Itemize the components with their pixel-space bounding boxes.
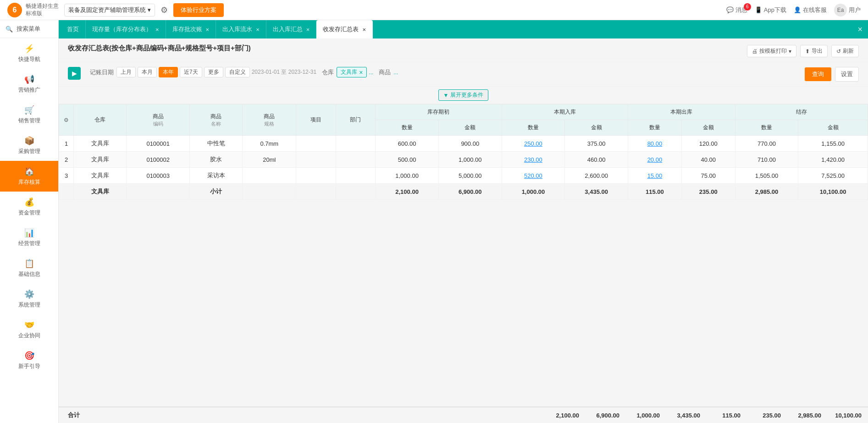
cell-index: 3 — [59, 168, 74, 184]
cell-product-code: 0100001 — [127, 136, 190, 152]
tab-recv-send[interactable]: 收发存汇总表 × — [316, 20, 373, 38]
tab-stock-dist[interactable]: 现存量（库存分布表） × — [86, 20, 166, 38]
warehouse-more-button[interactable]: ... — [369, 69, 373, 76]
search-icon: 🔍 — [6, 26, 13, 33]
sidebar-item-corp[interactable]: 🤝 企业协同 — [0, 314, 58, 345]
cell-close-amount: 1,420.00 — [798, 152, 868, 168]
footer-open-amount: 6,900.00 — [584, 412, 624, 419]
cell-in-qty[interactable]: 520.00 — [502, 168, 565, 184]
cell-product-spec — [243, 184, 296, 200]
footer-in-amount: 3,435.00 — [664, 412, 705, 419]
tab-close-inout-flow[interactable]: × — [256, 26, 260, 33]
query-button[interactable]: 查询 — [805, 67, 831, 81]
data-table: ⚙ 仓库 商品编码 商品名称 商品规格 项目 部门 库存期初 本期入库 本期出库… — [59, 104, 868, 200]
sidebar-item-operations[interactable]: 📊 经营管理 — [0, 222, 58, 253]
tab-close-inout-summary[interactable]: × — [306, 26, 310, 33]
app-download-button[interactable]: 📱 App下载 — [755, 6, 786, 14]
sidebar-item-purchase[interactable]: 📦 采购管理 — [0, 130, 58, 161]
sidebar-item-inventory[interactable]: 🏠 库存核算 — [0, 161, 58, 192]
cell-close-amount: 1,155.00 — [798, 136, 868, 152]
search-menu-item[interactable]: 🔍 搜索菜单 — [0, 20, 58, 38]
col-opening-group: 库存期初 — [376, 104, 502, 120]
tab-home[interactable]: 首页 — [61, 20, 86, 38]
col-product-code: 商品编码 — [127, 104, 190, 136]
top-header: 6 畅捷通好生意 标准版 装备及固定资产辅助管理系统 ▾ ⚙ 体验行业方案 💬 … — [0, 0, 868, 20]
cell-out-qty[interactable]: 15.00 — [628, 168, 681, 184]
cell-open-amount: 1,000.00 — [438, 152, 502, 168]
export-icon: ⬆ — [805, 48, 810, 55]
tabs-close-all-button[interactable]: × — [854, 25, 866, 34]
sidebar-item-basic-info[interactable]: 📋 基础信息 — [0, 253, 58, 284]
tab-batch[interactable]: 库存批次账 × — [166, 20, 216, 38]
sidebar-item-guide[interactable]: 🎯 新手引导 — [0, 345, 58, 376]
date-btn-this-month[interactable]: 本月 — [138, 67, 157, 77]
sidebar-label-sales: 销售管理 — [18, 117, 40, 125]
tab-inout-flow[interactable]: 出入库流水 × — [216, 20, 266, 38]
table-settings-col[interactable]: ⚙ — [59, 104, 74, 136]
date-filter: 记账日期 上月 本月 本年 近7天 更多 自定义 — [90, 67, 250, 77]
page-title: 收发存汇总表(按仓库+商品编码+商品+规格型号+项目+部门) — [68, 44, 251, 53]
cell-in-qty[interactable]: 250.00 — [502, 136, 565, 152]
tab-inout-summary[interactable]: 出入库汇总 × — [266, 20, 317, 38]
col-product-spec: 商品规格 — [243, 104, 296, 136]
corp-icon: 🤝 — [24, 320, 34, 330]
settings-icon[interactable]: ⚙ — [160, 5, 168, 15]
tab-close-recv-send[interactable]: × — [362, 26, 366, 33]
online-service-button[interactable]: 👤 在线客服 — [794, 6, 827, 14]
col-closing-group: 结存 — [735, 104, 868, 120]
table-row: 文具库 小计 2,100.00 6,900.00 1,000.00 3,435.… — [59, 184, 868, 200]
cell-product-name: 胶水 — [190, 152, 243, 168]
product-more-button[interactable]: ... — [393, 69, 398, 76]
system-selector[interactable]: 装备及固定资产辅助管理系统 ▾ — [64, 4, 155, 16]
header-actions: 🖨 按模板打印 ▾ ⬆ 导出 ↺ 刷新 — [747, 45, 859, 57]
trial-button[interactable]: 体验行业方案 — [173, 3, 224, 17]
expand-conditions-button[interactable]: ▼ 展开更多条件 — [438, 89, 489, 101]
sidebar-label-system: 系统管理 — [18, 301, 40, 309]
cell-out-amount: 75.00 — [681, 168, 735, 184]
col-out-qty: 数量 — [628, 120, 681, 136]
warehouse-tag[interactable]: 文具库 × — [337, 67, 367, 77]
chevron-down-icon: ▾ — [148, 6, 151, 13]
cell-open-qty: 600.00 — [376, 136, 439, 152]
col-in-qty: 数量 — [502, 120, 565, 136]
date-btn-this-year[interactable]: 本年 — [159, 67, 178, 77]
cell-department — [336, 168, 376, 184]
sidebar-item-marketing[interactable]: 📢 营销推广 — [0, 69, 58, 99]
cell-out-qty[interactable]: 20.00 — [628, 152, 681, 168]
quick-nav-icon: ⚡ — [24, 44, 34, 54]
chevron-down-icon: ▾ — [789, 48, 791, 55]
col-product-name: 商品名称 — [190, 104, 243, 136]
sidebar-label-guide: 新手引导 — [18, 363, 40, 370]
export-button[interactable]: ⬆ 导出 — [800, 45, 828, 57]
sidebar-item-sales[interactable]: 🛒 销售管理 — [0, 99, 58, 130]
tab-close-batch[interactable]: × — [206, 26, 210, 33]
date-btn-7days[interactable]: 近7天 — [180, 67, 202, 77]
date-btn-more[interactable]: 更多 — [204, 67, 223, 77]
cell-project — [296, 152, 336, 168]
cell-out-qty[interactable]: 80.00 — [628, 136, 681, 152]
refresh-button[interactable]: ↺ 刷新 — [831, 45, 859, 57]
filter-collapse-button[interactable]: ▶ — [68, 67, 81, 80]
message-button[interactable]: 💬 消息 6 — [726, 6, 747, 14]
basic-info-icon: 📋 — [24, 258, 34, 269]
cell-in-qty[interactable]: 230.00 — [502, 152, 565, 168]
sidebar-item-system[interactable]: ⚙️ 系统管理 — [0, 284, 58, 314]
sidebar-item-quick-nav[interactable]: ⚡ 快捷导航 — [0, 38, 58, 69]
cell-product-name: 采访本 — [190, 168, 243, 184]
sidebar-label-basic-info: 基础信息 — [18, 270, 40, 278]
print-button[interactable]: 🖨 按模板打印 ▾ — [747, 45, 796, 57]
date-btn-custom[interactable]: 自定义 — [225, 67, 250, 77]
cell-open-amount: 900.00 — [438, 136, 502, 152]
table-row: 1 文具库 0100001 中性笔 0.7mm 600.00 900.00 25… — [59, 136, 868, 152]
user-area[interactable]: Ea 用户 — [834, 4, 861, 16]
message-badge: 6 — [744, 3, 751, 11]
guide-icon: 🎯 — [24, 351, 34, 361]
tab-close-stock-dist[interactable]: × — [155, 26, 159, 33]
settings-filter-button[interactable]: 设置 — [835, 67, 859, 82]
sidebar-item-finance[interactable]: 💰 资金管理 — [0, 192, 58, 222]
date-btn-last-month[interactable]: 上月 — [116, 67, 136, 77]
warehouse-tag-close[interactable]: × — [359, 69, 363, 76]
logo-icon: 6 — [7, 3, 22, 17]
footer-label-area: 合计 — [59, 411, 256, 419]
col-open-amount: 金额 — [438, 120, 502, 136]
